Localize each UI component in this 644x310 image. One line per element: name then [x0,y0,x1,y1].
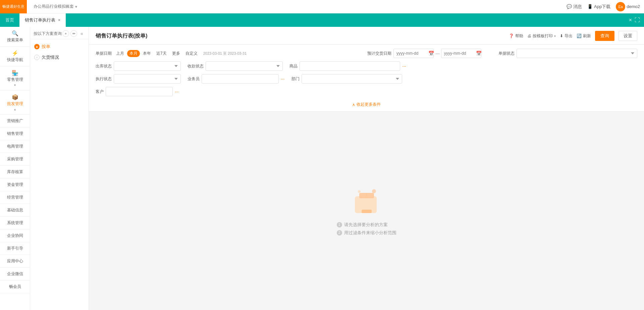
receipt-label: 收款状态 [187,63,204,69]
sidebar-item-marketing[interactable]: 营销推广 [0,115,30,127]
date-separator: — [435,51,440,56]
filter-item-status: 单据状态 [498,49,637,58]
sidebar-item-label-wholesale-mgmt: 批发管理 [7,101,23,107]
tab-home-label: 首页 [5,17,14,23]
window-expand-icon[interactable]: ⛶ [635,17,640,23]
user-action[interactable]: Ea demo2 [616,2,640,11]
sidebar-item-enterprise-wechat[interactable]: 企业微信 [0,268,30,280]
sidebar-item-label-basic-info: 基础信息 [7,207,23,213]
date-tab-curr-month[interactable]: 本月 [127,50,140,57]
customer-more-dots[interactable]: ··· [175,89,179,94]
lp-item-icon-shortage: ○ [34,55,40,60]
sidebar-item-app-center[interactable]: 应用中心 [0,255,30,268]
sidebar-item-basic-info[interactable]: 基础信息 [0,204,30,217]
customer-input[interactable] [106,87,173,96]
svg-point-5 [358,190,361,193]
settings-button[interactable]: 设置 [619,31,637,41]
outbound-label: 出库状态 [96,63,112,69]
left-panel-collapse-btn[interactable]: « [78,30,85,37]
expected-date-to[interactable] [441,49,481,58]
collapse-row[interactable]: ∧ 收起更多条件 [96,100,637,107]
print-btn[interactable]: 🖨 按模板打印 ▾ [527,33,556,39]
sidebar-item-quick-nav[interactable]: ⚡ 快捷导航 [0,47,30,66]
date-tab-curr-year[interactable]: 本年 [141,50,153,57]
sidebar-item-member[interactable]: 畅会员 [0,280,30,293]
filter-item-exec: 执行状态 [96,74,181,84]
sidebar-item-enterprise-collab[interactable]: 企业协同 [0,229,30,242]
dept-select[interactable] [302,74,402,84]
lp-item-label-by-order: 按单 [42,44,50,50]
sidebar-item-operations[interactable]: 经营管理 [0,191,30,204]
sidebar-item-purchase-mgmt[interactable]: 采购管理 [0,153,30,166]
refresh-btn[interactable]: 🔄 刷新 [577,33,591,39]
status-select[interactable] [517,49,637,58]
sidebar-item-retail-mgmt[interactable]: 🏪 零售管理 ▾ [0,66,30,91]
svg-point-4 [372,189,376,193]
salesperson-more-dots[interactable]: ··· [281,76,285,82]
refresh-icon: 🔄 [577,34,582,38]
message-icon: 💬 [567,4,572,9]
refresh-label: 刷新 [583,33,591,39]
sidebar-item-wholesale-mgmt[interactable]: 📦 批发管理 ▴ [0,91,30,115]
filter-item-salesperson: 业务员 ··· [187,74,285,84]
page-header-actions: ❓ 帮助 🖨 按模板打印 ▾ ⬇ 导出 🔄 刷新 [509,31,637,41]
window-close-icon[interactable]: × [629,17,632,23]
receipt-select[interactable] [206,61,283,71]
sidebar-item-finance[interactable]: 资金管理 [0,178,30,191]
tab-home[interactable]: 首页 [0,13,19,27]
retail-mgmt-arrow: ▾ [14,83,16,87]
top-bar: 畅捷通好生意 办公用品行业模拟账套 ▾ 💬 消息 📱 App下载 Ea demo… [0,0,644,13]
date-tab-last7[interactable]: 近7天 [154,50,169,57]
breadcrumb-dropdown-icon[interactable]: ▾ [75,4,77,9]
goods-input[interactable] [300,61,400,71]
sidebar-item-search-menu[interactable]: 🔍 搜索菜单 [0,27,30,47]
expected-date-from[interactable] [393,49,434,58]
export-btn[interactable]: ⬇ 导出 [560,33,573,39]
exec-select[interactable] [114,74,181,84]
salesperson-input[interactable] [202,74,279,84]
wholesale-mgmt-icon: 📦 [12,94,18,100]
date-tab-prev-month[interactable]: 上月 [114,50,126,57]
query-button[interactable]: 查询 [595,31,614,41]
help-btn[interactable]: ❓ 帮助 [509,33,523,39]
collapse-icon: « [80,31,83,36]
date-tab-more[interactable]: 更多 [170,50,182,57]
filter-row-1: 单据日期 上月 本月 本年 近7天 更多 自定义 2023-03-01 至 20… [96,49,637,58]
expected-date-label: 预计交货日期 [367,51,391,56]
left-panel: 按以下方案查询 + ✏ « ● 按单 ○ 欠货情况 [30,27,89,310]
lp-item-icon-by-order: ● [34,44,40,49]
tab-close-icon[interactable]: × [58,18,60,22]
date-tab-custom[interactable]: 自定义 [183,50,200,57]
sidebar-item-label-member: 畅会员 [9,284,21,290]
sidebar-item-system-mgmt[interactable]: 系统管理 [0,217,30,229]
app-download-action[interactable]: 📱 App下载 [587,4,610,10]
tab-sales-exec[interactable]: 销售订单执行表 × [19,13,66,27]
left-panel-add-btn[interactable]: + [62,30,69,37]
sidebar-item-label-purchase-mgmt: 采购管理 [7,156,23,162]
print-label: 按模板打印 [533,33,553,39]
message-action[interactable]: 💬 消息 [567,4,582,10]
sidebar-item-new-user-guide[interactable]: 新手引导 [0,242,30,255]
left-panel-edit-btn[interactable]: ✏ [70,30,77,37]
export-label: 导出 [565,33,573,39]
tip-num-1: 1 [337,222,342,227]
sidebar-item-ecommerce[interactable]: 电商管理 [0,140,30,153]
page-title-row: 销售订单执行表(按单) ❓ 帮助 🖨 按模板打印 ▾ ⬇ 导出 [96,31,637,41]
left-panel-actions: + ✏ « [62,30,85,37]
expected-date-range: 📅 — 📅 [393,49,482,58]
app-download-icon: 📱 [587,4,593,9]
wholesale-mgmt-arrow: ▴ [14,107,16,111]
sidebar-item-inventory[interactable]: 库存核算 [0,166,30,178]
collapse-icon: ∧ [352,102,355,107]
empty-state: 1 请先选择要分析的方案 2 用过滤条件来缩小分析范围 [337,186,396,236]
sidebar-item-label-inventory: 库存核算 [7,169,23,175]
outbound-select[interactable] [114,61,181,71]
filter-item-dept: 部门 [291,74,402,84]
goods-more-dots[interactable]: ··· [402,63,406,69]
lp-item-by-order[interactable]: ● 按单 [30,41,89,52]
sidebar-item-sales-mgmt[interactable]: 销售管理 [0,127,30,140]
lp-item-shortage[interactable]: ○ 欠货情况 [30,52,89,63]
quick-nav-icon: ⚡ [12,50,18,56]
message-label: 消息 [573,4,582,10]
tip-num-2: 2 [337,230,342,236]
